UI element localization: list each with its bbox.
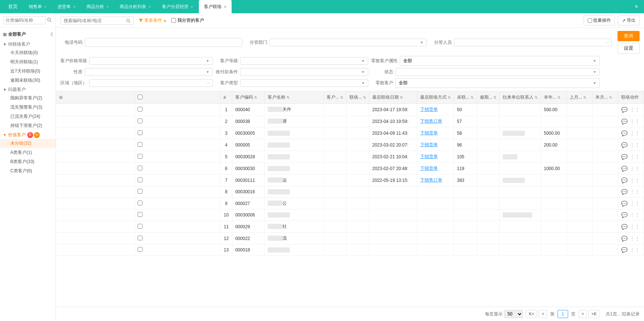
sidebar-item-churn-warning[interactable]: 流失预警客户(3) [0,103,56,112]
select-customer-level[interactable]: ▼ [240,57,368,65]
row-checkbox[interactable] [138,119,142,123]
all-customers-header[interactable]: ⊞ 全部客户 《 [0,29,56,40]
select-payment[interactable]: ▼ [240,68,368,76]
message-icon[interactable]: 💬 [621,154,627,160]
tab-purchase[interactable]: 进货单 × [52,0,80,13]
sidebar-item-tomorrow-pending[interactable]: 明天待联络(1) [0,57,56,67]
more-action-icon[interactable]: ⋮⋮ [630,224,640,230]
message-icon[interactable]: 💬 [621,177,627,183]
more-action-icon[interactable]: ⋮⋮ [630,236,640,241]
sidebar-search-button[interactable] [46,17,53,24]
row-checkbox[interactable] [138,236,142,240]
message-icon[interactable]: 💬 [621,166,627,172]
select-customer-type[interactable]: ▼ [240,79,368,87]
sidebar-item-week-pending[interactable]: 近7天待联络(0) [0,67,56,76]
reset-button[interactable]: 设置 [617,43,640,54]
message-icon[interactable]: 💬 [621,201,627,207]
th-code[interactable]: 客户编码⇅ [232,91,264,104]
message-icon[interactable]: 💬 [621,212,627,218]
close-tab-customer-contact[interactable]: × [224,4,226,9]
sidebar-item-today-pending[interactable]: 今天待联络(0) [0,48,56,57]
row-checkbox[interactable] [138,154,142,159]
th-partner[interactable]: 往来单位联系人⇅ [500,91,541,104]
contact-method-link[interactable]: 下销售订单 [420,177,442,183]
select-scatter-attr[interactable]: 全部▼ [400,56,600,66]
message-icon[interactable]: 💬 [621,236,627,241]
more-action-icon[interactable]: ⋮⋮ [630,130,640,136]
message-icon[interactable]: 💬 [621,107,627,113]
settings-icon[interactable]: ⚙ [59,95,63,100]
contact-method-link[interactable]: 下销货单 [420,166,438,171]
last-page-btn[interactable]: >K [588,310,600,318]
close-tab-customer-segment[interactable]: × [191,4,193,9]
close-all-tabs[interactable]: × [632,3,641,10]
select-manager[interactable]: ··· [454,39,612,46]
sidebar-item-class-c[interactable]: C类客户(6) [0,166,56,176]
row-checkbox[interactable] [138,166,142,170]
select-all-checkbox[interactable] [138,95,142,99]
message-icon[interactable]: 💬 [621,130,627,136]
select-status[interactable]: ▼ [395,68,600,76]
query-button[interactable]: 查询 [617,31,640,41]
close-tab-product-analysis-list[interactable]: × [148,4,151,9]
tab-product-analysis[interactable]: 商品分析 × [81,0,114,13]
my-customers-checkbox[interactable]: 我分管的客户 [171,17,204,24]
select-price-level[interactable]: ▼ [89,57,213,65]
per-page-select[interactable]: 50 100 [504,310,523,318]
close-tab-sales[interactable]: × [44,4,46,9]
sidebar-item-class-a[interactable]: A类客户(1) [0,148,56,157]
contact-method-link[interactable]: 下销货单 [420,107,438,112]
message-icon[interactable]: 💬 [621,142,627,148]
message-icon[interactable]: 💬 [621,189,627,195]
input-phone[interactable] [85,38,242,47]
th-type[interactable]: 客户...⇅ [323,91,346,104]
th-last-contact-method[interactable]: 最后联络方式⇅ [417,91,454,104]
more-action-icon[interactable]: ⋮⋮ [630,154,640,160]
select-nature[interactable]: ▼ [85,68,213,76]
sidebar-item-hoarding[interactable]: 囤购异常客户(2) [0,94,56,103]
more-filters-btn[interactable]: 更多条件 ▲ [138,17,167,24]
row-checkbox[interactable] [138,189,142,194]
th-last-contact-date[interactable]: 最后联络日期⇅ [369,91,417,104]
section-value-customers[interactable]: ▼ 价值客户 R ↻ [0,130,56,139]
my-customers-check[interactable] [171,18,176,23]
more-action-icon[interactable]: ⋮⋮ [630,212,640,218]
more-action-icon[interactable]: ⋮⋮ [630,201,640,207]
more-action-icon[interactable]: ⋮⋮ [630,119,640,124]
tab-sales[interactable]: 销售单 × [24,0,52,13]
first-page-btn[interactable]: K< [526,310,537,318]
select-region[interactable]: ··· [89,79,213,87]
message-icon[interactable]: 💬 [621,119,627,124]
section-problem-customers[interactable]: ▼ 问题客户 [0,85,56,94]
tab-customer-contact[interactable]: 客户联络 × [199,0,231,13]
th-unlinkd[interactable]: 未联...⇅ [454,91,476,104]
tab-customer-segment[interactable]: 客户分层经营 × [157,0,198,13]
row-checkbox[interactable] [138,107,142,112]
export-button[interactable]: ↗ 导出 [618,15,640,25]
th-contact[interactable]: 联络...⇅ [346,91,369,104]
message-icon[interactable]: 💬 [621,224,627,230]
prev-page-btn[interactable]: < [539,310,547,318]
close-tab-product-analysis[interactable]: × [106,4,109,9]
select-dept[interactable]: ▼ [270,39,427,46]
contact-method-link[interactable]: 下销售订单 [420,119,442,124]
more-action-icon[interactable]: ⋮⋮ [630,107,640,113]
next-page-btn[interactable]: > [578,310,587,318]
section-pending-contact[interactable]: ▼ 待联络客户 [0,40,56,48]
sidebar-item-class-b[interactable]: B类客户(33) [0,157,56,166]
batch-check[interactable] [588,18,592,23]
more-action-icon[interactable]: ⋮⋮ [630,177,640,183]
batch-op-button[interactable]: 批量操作 [584,15,615,25]
row-checkbox[interactable] [138,212,142,217]
contact-method-link[interactable]: 下销货单 [420,130,438,135]
more-action-icon[interactable]: ⋮⋮ [630,189,640,195]
select-scatter-customer[interactable]: 全部▼ [395,78,600,88]
sidebar-item-churned[interactable]: 已流失客户(24) [0,112,56,121]
sidebar-search-input[interactable] [3,16,46,24]
sidebar-item-declining[interactable]: 持续下滑客户(2) [0,121,56,130]
filter-search-input[interactable] [64,18,126,23]
contact-method-link[interactable]: 下销货单 [420,154,438,159]
sidebar-item-overdue-pending[interactable]: 逾期未联络(30) [0,76,56,85]
more-action-icon[interactable]: ⋮⋮ [630,142,640,148]
tab-home[interactable]: 首页 [3,0,23,13]
